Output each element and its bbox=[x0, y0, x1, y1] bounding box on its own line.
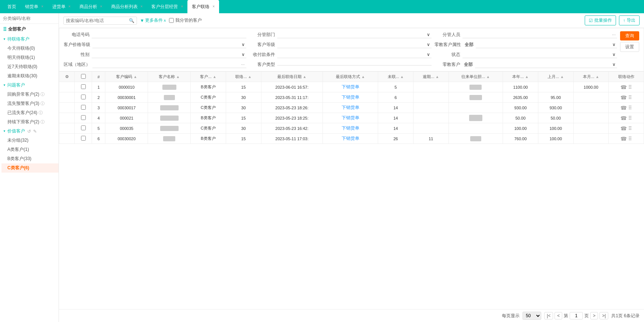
contact-icon[interactable]: ☎ bbox=[620, 84, 627, 90]
sidebar-item-lost[interactable]: 已流失客户(24) ⓘ bbox=[1, 108, 59, 117]
sidebar-item-warning[interactable]: 流失预警客户(3) ⓘ bbox=[1, 99, 59, 108]
customer-grade-select[interactable]: ∨ bbox=[277, 41, 432, 48]
search-icon[interactable]: 🔍 bbox=[129, 18, 134, 23]
last-method-link[interactable]: 下销货单 bbox=[342, 95, 359, 100]
col-last-date[interactable]: 最后联络日期 ▲ bbox=[261, 72, 323, 82]
sidebar-item-declining[interactable]: 持续下滑客户(2) ⓘ bbox=[1, 117, 59, 127]
value-grade-select[interactable]: ∨ bbox=[92, 41, 246, 48]
more-conditions-button[interactable]: ▼ 更多条件 ∧ bbox=[140, 17, 166, 24]
last-method-link[interactable]: 下销货单 bbox=[342, 84, 359, 89]
export-button[interactable]: ↑ 导出 bbox=[619, 15, 640, 25]
last-method-link[interactable]: 下销货单 bbox=[342, 136, 359, 141]
col-checkbox-header[interactable] bbox=[75, 72, 92, 82]
last-method-link[interactable]: 下销货单 bbox=[342, 125, 359, 131]
retail-select[interactable]: ∨ bbox=[475, 61, 617, 68]
row-checkbox[interactable] bbox=[75, 103, 92, 113]
retail-attr-select[interactable]: ∨ bbox=[476, 41, 617, 48]
pending-section-title[interactable]: ▼ 待联络客户 bbox=[0, 35, 59, 44]
col-code[interactable]: 客户编码 ▲ bbox=[105, 72, 148, 82]
search-input[interactable] bbox=[66, 18, 129, 23]
last-page-button[interactable]: >| bbox=[599, 312, 608, 319]
my-customers-checkbox[interactable] bbox=[169, 18, 174, 23]
manager-dots[interactable]: ··· bbox=[612, 32, 616, 37]
close-purchase-order[interactable]: × bbox=[68, 0, 71, 13]
more-icon[interactable]: ⠿ bbox=[628, 115, 632, 121]
col-name[interactable]: 客户名称 ▲ bbox=[148, 72, 191, 82]
col-type[interactable]: 客户... ▲ bbox=[191, 72, 226, 82]
problem-section-title[interactable]: ▼ 问题客户 bbox=[0, 81, 59, 90]
col-last-month[interactable]: 上月... ▲ bbox=[538, 72, 573, 82]
edit-icon[interactable]: ✎ bbox=[33, 129, 37, 134]
col-contact[interactable]: 联络... ▲ bbox=[226, 72, 261, 82]
close-product-analysis[interactable]: × bbox=[100, 0, 102, 13]
row-checkbox-input[interactable] bbox=[81, 136, 86, 141]
col-this-month[interactable]: 本月... ▲ bbox=[573, 72, 609, 82]
row-checkbox-input[interactable] bbox=[81, 125, 86, 130]
nav-customer-stratify[interactable]: 客户分层经营× bbox=[147, 0, 187, 13]
sidebar-item-repurchase[interactable]: 回购异常客户(2) ⓘ bbox=[1, 90, 59, 99]
contact-icon[interactable]: ☎ bbox=[620, 105, 627, 111]
more-icon[interactable]: ⠿ bbox=[628, 136, 632, 142]
refresh-icon[interactable]: ↺ bbox=[27, 129, 31, 134]
phone-input[interactable] bbox=[92, 31, 246, 38]
first-page-button[interactable]: |< bbox=[544, 312, 553, 319]
close-customer-contact[interactable]: × bbox=[212, 0, 215, 13]
sidebar-search-input[interactable] bbox=[3, 16, 58, 21]
last-method-link[interactable]: 下销货单 bbox=[342, 105, 359, 110]
nav-product-analysis[interactable]: 商品分析× bbox=[75, 0, 107, 13]
col-last-method[interactable]: 最后联络方式 ▲ bbox=[323, 72, 378, 82]
prev-page-button[interactable]: < bbox=[555, 312, 562, 319]
more-icon[interactable]: ⠿ bbox=[628, 95, 632, 100]
col-year-amount[interactable]: 本年... ▲ bbox=[503, 72, 538, 82]
row-checkbox[interactable] bbox=[75, 92, 92, 103]
last-method-link[interactable]: 下销货单 bbox=[342, 115, 359, 120]
row-checkbox[interactable] bbox=[75, 113, 92, 123]
dept-select[interactable]: ∨ bbox=[277, 31, 432, 38]
row-last-method[interactable]: 下销货单 bbox=[323, 103, 378, 113]
next-page-button[interactable]: > bbox=[590, 312, 598, 319]
row-last-method[interactable]: 下销货单 bbox=[323, 113, 378, 123]
col-overdue[interactable]: 逾期... ▲ bbox=[414, 72, 449, 82]
page-number-input[interactable] bbox=[570, 312, 583, 319]
query-button[interactable]: 查询 bbox=[620, 31, 639, 40]
row-checkbox-input[interactable] bbox=[81, 105, 86, 110]
close-sales-order[interactable]: × bbox=[41, 0, 43, 13]
col-gear[interactable]: ⚙ bbox=[59, 72, 75, 82]
row-last-method[interactable]: 下销货单 bbox=[323, 134, 378, 144]
sidebar-item-a-class[interactable]: A类客户(1) bbox=[1, 145, 59, 154]
nav-sales-order[interactable]: 销货单× bbox=[21, 0, 48, 13]
contact-icon[interactable]: ☎ bbox=[620, 125, 627, 131]
row-last-method[interactable]: 下销货单 bbox=[323, 92, 378, 103]
close-product-list[interactable]: × bbox=[141, 0, 143, 13]
customer-type-select[interactable] bbox=[277, 64, 432, 66]
sidebar-item-c-class[interactable]: C类客户(6) bbox=[1, 163, 59, 173]
status-select[interactable]: ∨ bbox=[462, 51, 617, 58]
gender-select[interactable]: ∨ bbox=[92, 51, 246, 58]
nav-customer-contact[interactable]: 客户联络× bbox=[187, 0, 219, 13]
settings-button[interactable]: 设置 bbox=[620, 42, 639, 52]
row-checkbox[interactable] bbox=[75, 134, 92, 144]
sidebar-item-overdue[interactable]: 逾期未联络(30) bbox=[1, 71, 59, 81]
sidebar-item-7days[interactable]: 近7天待联络(0) bbox=[1, 62, 59, 71]
row-last-method[interactable]: 下销货单 bbox=[323, 82, 378, 92]
row-checkbox-input[interactable] bbox=[81, 115, 86, 120]
more-icon[interactable]: ⠿ bbox=[628, 105, 632, 111]
row-checkbox-input[interactable] bbox=[81, 84, 86, 89]
contact-icon[interactable]: ☎ bbox=[620, 95, 627, 100]
row-checkbox[interactable] bbox=[75, 82, 92, 92]
sidebar-item-b-class[interactable]: B类客户(33) bbox=[1, 154, 59, 163]
col-unit-amount[interactable]: 往来单位胆... ▲ bbox=[448, 72, 503, 82]
row-last-method[interactable]: 下销货单 bbox=[323, 123, 378, 134]
batch-ops-button[interactable]: ☑ 批量操作 bbox=[585, 15, 616, 25]
contact-icon[interactable]: ☎ bbox=[620, 115, 627, 121]
close-customer-stratify[interactable]: × bbox=[181, 0, 183, 13]
more-icon[interactable]: ⠿ bbox=[628, 125, 632, 131]
row-checkbox-input[interactable] bbox=[81, 95, 86, 99]
sidebar-item-today[interactable]: 今天待联络(0) bbox=[1, 44, 59, 53]
nav-product-list[interactable]: 商品分析列表× bbox=[107, 0, 147, 13]
all-customers-title[interactable]: ⠿ 全部客户 bbox=[0, 24, 59, 35]
nav-home[interactable]: 首页 bbox=[3, 0, 21, 13]
row-checkbox[interactable] bbox=[75, 123, 92, 134]
payment-select[interactable]: ∨ bbox=[277, 51, 432, 58]
more-icon[interactable]: ⠿ bbox=[628, 84, 632, 90]
